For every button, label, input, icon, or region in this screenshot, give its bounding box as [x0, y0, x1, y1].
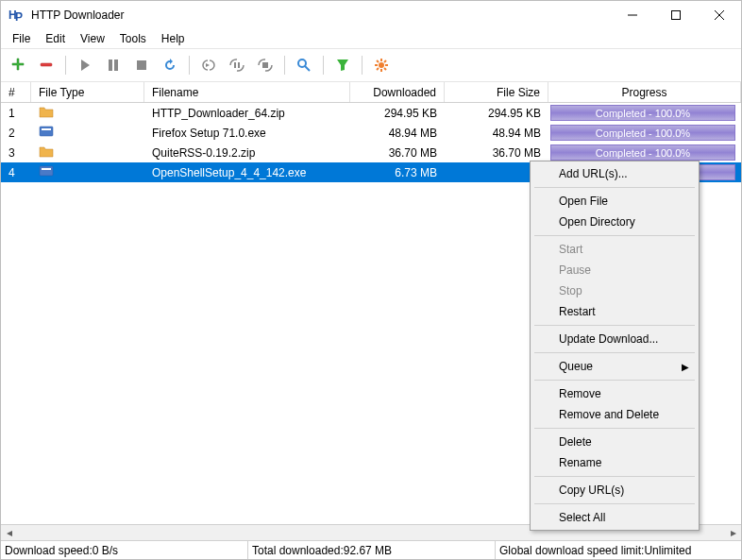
table-row[interactable]: 1HTTP_Downloader_64.zip294.95 KB294.95 K…	[1, 103, 741, 123]
svg-rect-6	[41, 63, 52, 66]
menu-edit[interactable]: Edit	[38, 30, 73, 47]
stop-button[interactable]	[130, 54, 153, 76]
cell-filesize: 294.95 KB	[445, 103, 548, 123]
window-title: HTTP Downloader	[31, 8, 611, 22]
context-menu-separator	[534, 187, 695, 188]
cell-filetype	[31, 103, 144, 123]
maximize-button[interactable]	[654, 1, 698, 29]
context-menu-item[interactable]: Queue▶	[532, 356, 697, 377]
context-menu-separator	[534, 380, 695, 381]
toolbar-separator	[189, 56, 190, 75]
restart-button[interactable]	[159, 54, 181, 76]
table-row[interactable]: 3QuiteRSS-0.19.2.zip36.70 MB36.70 MBComp…	[1, 143, 741, 162]
context-menu-item[interactable]: Rename	[532, 452, 697, 473]
svg-line-20	[377, 60, 379, 62]
main-window: HP HTTP Downloader File Edit View Tools …	[0, 0, 742, 560]
context-menu-item[interactable]: Open Directory	[532, 212, 697, 232]
titlebar: HP HTTP Downloader	[1, 1, 741, 29]
cell-downloaded: 36.70 MB	[350, 143, 445, 162]
cell-filesize: 36.70 MB	[445, 143, 548, 162]
filter-button[interactable]	[331, 54, 354, 76]
menu-tools[interactable]: Tools	[112, 30, 154, 47]
svg-point-15	[379, 62, 384, 68]
svg-line-21	[384, 68, 386, 70]
table-row[interactable]: 2Firefox Setup 71.0.exe48.94 MB48.94 MBC…	[1, 123, 741, 143]
search-button[interactable]	[293, 54, 315, 76]
col-header-number[interactable]: #	[1, 82, 31, 102]
scroll-left-icon[interactable]: ◂	[1, 525, 17, 541]
context-menu-separator	[534, 235, 695, 236]
context-menu-separator	[534, 325, 695, 326]
cell-number: 1	[1, 103, 31, 123]
status-total: Total downloaded: 92.67 MB	[248, 541, 496, 559]
col-header-downloaded[interactable]: Downloaded	[350, 82, 445, 102]
context-menu-item[interactable]: Copy URL(s)	[532, 480, 697, 501]
col-header-progress[interactable]: Progress	[548, 82, 741, 102]
context-menu-item[interactable]: Open File	[532, 191, 697, 212]
filetype-icon	[39, 164, 54, 180]
minimize-button[interactable]	[611, 1, 654, 29]
menu-view[interactable]: View	[73, 30, 112, 47]
filetype-icon	[39, 105, 54, 121]
context-menu-item[interactable]: Update Download...	[532, 329, 697, 349]
cell-number: 3	[1, 143, 31, 162]
menu-help[interactable]: Help	[154, 30, 193, 47]
col-header-filename[interactable]: Filename	[144, 82, 350, 102]
col-header-filesize[interactable]: File Size	[445, 82, 548, 102]
context-menu-separator	[534, 476, 695, 477]
cell-number: 4	[1, 162, 31, 182]
context-menu-separator	[534, 428, 695, 429]
stop-all-button[interactable]	[254, 54, 277, 76]
settings-button[interactable]	[370, 54, 393, 76]
filetype-icon	[39, 144, 54, 161]
status-total-label: Total downloaded:	[252, 544, 344, 557]
svg-rect-11	[238, 62, 240, 68]
cell-number: 2	[1, 123, 31, 143]
context-menu-separator	[534, 352, 695, 353]
close-button[interactable]	[698, 1, 741, 29]
svg-rect-8	[114, 59, 118, 71]
context-menu-item[interactable]: Add URL(s)...	[532, 163, 697, 184]
context-menu-item[interactable]: Remove	[532, 383, 697, 404]
context-menu-item[interactable]: Restart	[532, 301, 697, 322]
svg-rect-9	[137, 60, 146, 70]
statusbar: Download speed: 0 B/s Total downloaded: …	[1, 540, 741, 559]
context-menu-item: Pause	[532, 260, 697, 280]
context-menu-item: Stop	[532, 280, 697, 301]
toolbar-separator	[323, 56, 324, 75]
start-all-button[interactable]	[197, 54, 220, 76]
cell-filename: HTTP_Downloader_64.zip	[144, 103, 350, 123]
start-button[interactable]	[74, 54, 96, 76]
cell-filetype	[31, 143, 144, 162]
remove-button[interactable]	[35, 54, 58, 76]
menu-file[interactable]: File	[5, 30, 38, 47]
menubar: File Edit View Tools Help	[1, 29, 741, 48]
progress-bar: Completed - 100.0%	[550, 125, 735, 141]
scroll-right-icon[interactable]: ▸	[725, 525, 741, 541]
submenu-arrow-icon: ▶	[682, 362, 689, 372]
add-button[interactable]	[7, 54, 29, 76]
window-controls	[611, 1, 741, 29]
context-menu-item[interactable]: Select All	[532, 507, 697, 528]
context-menu-item[interactable]: Remove and Delete	[532, 404, 697, 425]
status-limit-label: Global download speed limit:	[499, 544, 644, 557]
toolbar	[1, 48, 741, 82]
context-menu-item: Start	[532, 239, 697, 260]
svg-rect-26	[40, 166, 53, 176]
pause-button[interactable]	[102, 54, 125, 76]
svg-line-14	[305, 66, 310, 71]
pause-all-button[interactable]	[226, 54, 248, 76]
svg-point-13	[298, 59, 306, 67]
status-limit: Global download speed limit: Unlimited	[496, 541, 741, 559]
app-icon: HP	[8, 8, 24, 23]
col-header-filetype[interactable]: File Type	[31, 82, 144, 102]
cell-downloaded: 6.73 MB	[350, 162, 445, 182]
svg-rect-7	[109, 59, 112, 71]
cell-filesize: 48.94 MB	[445, 123, 548, 143]
svg-rect-25	[42, 128, 51, 130]
svg-line-23	[377, 68, 379, 70]
cell-progress: Completed - 100.0%	[548, 143, 741, 162]
cell-filename: QuiteRSS-0.19.2.zip	[144, 143, 350, 162]
toolbar-separator	[284, 56, 285, 75]
context-menu-item[interactable]: Delete	[532, 432, 697, 452]
